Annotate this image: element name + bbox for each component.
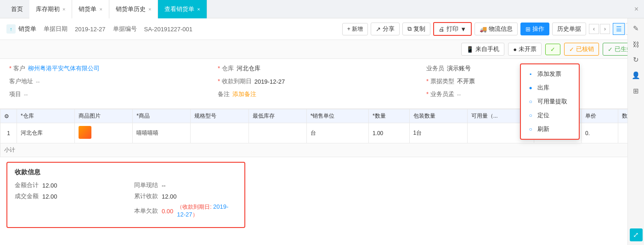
history-button[interactable]: 历史单据 [552, 23, 586, 35]
salesperson-label: 业务员 [426, 64, 447, 73]
tab-inventory-start[interactable]: 库存期初 × [29, 0, 72, 18]
th-warehouse: *仓库 [17, 109, 75, 123]
subtotal-row: 小计 [0, 143, 644, 157]
tab-bar-close-icon[interactable]: × [634, 5, 638, 13]
doc-header: ↑ 销货单 单据日期 2019-12-27 单据编号 SA-20191227-0… [0, 18, 644, 40]
deal-amount-label: 成交金额 [15, 192, 39, 200]
customer-field: 客户 柳州粤港平安气体有限公司 [9, 64, 218, 73]
prev-arrow[interactable]: ‹ [589, 24, 599, 34]
tab-bar: 首页 库存期初 × 销货单 × 销货单历史 × 查看销货单 × × [0, 0, 644, 18]
row-index: 1 [0, 123, 17, 143]
warehouse-value: 河北仓库 [237, 64, 426, 73]
row-warehouse: 河北仓库 [17, 123, 75, 143]
doc-title-area: ↑ 销货单 单据日期 2019-12-27 单据编号 SA-20191227-0… [6, 24, 192, 34]
dropdown-available-qty[interactable]: ○ 可用量提取 [521, 95, 579, 108]
operations-button[interactable]: ⊞ 操作 [520, 23, 549, 35]
address-field: 客户地址 -- [9, 77, 218, 85]
dropdown-menu: ▪ 添加发票 ● 出库 ○ 可用量提取 ○ 定位 ○ 刷新 [520, 63, 580, 140]
project-label: 项目 [9, 90, 24, 98]
th-spec: 规格型号 [191, 109, 249, 123]
tab-sales-history[interactable]: 销货单历史 × [109, 0, 158, 18]
number-label: 单据编号 [113, 25, 137, 33]
row-quantity: 1.00 [368, 123, 409, 143]
tab-view-sales[interactable]: 查看销货单 × [158, 0, 207, 18]
print-button[interactable]: 🖨 打印 ▼ [433, 22, 472, 36]
th-min-stock: 最低库存 [249, 109, 306, 123]
th-product: *商品 [133, 109, 191, 123]
customer-value[interactable]: 柳州粤港平安气体有限公司 [28, 64, 218, 73]
payment-deal-amount: 成交金额 12.00 [15, 192, 107, 200]
ticket-icon: ● [513, 46, 517, 53]
dropdown-locate[interactable]: ○ 定位 [521, 108, 579, 122]
doc-meta: 单据日期 2019-12-27 单据编号 SA-20191227-001 [44, 25, 192, 33]
tab-sales-order[interactable]: 销货单 × [72, 0, 109, 18]
sidebar-user-icon[interactable]: 👤 [630, 69, 643, 82]
square-icon: ▪ [527, 71, 534, 77]
row-unit: 台 [306, 123, 368, 143]
total-amount-value: 12.00 [42, 182, 57, 189]
circle-icon: ● [527, 85, 534, 91]
owed-value: 0.00 [162, 208, 173, 215]
th-price: 单价 [582, 109, 618, 123]
doc-icon-label: ↑ 销货单 [6, 24, 36, 34]
row-spec [191, 123, 249, 143]
same-order-label: 同单现结 [134, 181, 158, 189]
tab-view-sales-close[interactable]: × [197, 6, 200, 12]
truck-icon: 🚚 [480, 26, 487, 33]
note-label: 备注 [218, 90, 232, 98]
next-arrow[interactable]: › [600, 24, 610, 34]
row-price: 0. [582, 123, 618, 143]
grid-icon: ⊞ [525, 26, 531, 33]
address-value: -- [36, 78, 218, 85]
sidebar-tag-icon[interactable]: ⊞ [630, 85, 643, 97]
owed-extra: （收款到期日: 2019-12-27） [177, 203, 237, 219]
note-field: 备注 添加备注 [218, 90, 426, 98]
print-dropdown-icon: ▼ [460, 26, 466, 33]
list-view-btn[interactable]: ☰ [613, 23, 625, 35]
dropdown-refresh[interactable]: ○ 刷新 [521, 122, 579, 136]
payment-row-3: 本单欠款 0.00 （收款到期日: 2019-12-27） [15, 203, 237, 219]
share-icon: ↗ [376, 26, 381, 33]
subtotal-label: 小计 [0, 143, 644, 157]
note-add-btn[interactable]: 添加备注 [232, 90, 426, 98]
th-settings: ⚙ [0, 109, 17, 123]
payment-box: 收款信息 金额合计 12.00 同单现结 -- 成交金额 12.00 累计收款 … [6, 162, 245, 228]
payment-owed: 本单欠款 0.00 （收款到期日: 2019-12-27） [134, 203, 237, 219]
copy-button[interactable]: ⧉ 复制 [402, 23, 430, 35]
tab-inventory-close[interactable]: × [62, 6, 65, 12]
add-button[interactable]: + 新增 [342, 23, 368, 35]
check-circle-icon: ✓ [569, 46, 574, 53]
sidebar-link-icon[interactable]: ⛓ [630, 38, 643, 51]
row-product: 嘻嘻嘻嘻 [133, 123, 191, 143]
sidebar-edit-icon[interactable]: ✎ [630, 22, 643, 35]
doc-actions: + 新增 ↗ 分享 ⧉ 复制 🖨 打印 ▼ 🚚 物流信息 ⊞ 操作 [342, 22, 638, 36]
not-open-btn[interactable]: ● 未开票 [508, 43, 542, 56]
sidebar-expand-icon[interactable]: ⤢ [630, 228, 643, 241]
ticket-type-label: 票据类型 [426, 77, 457, 85]
from-phone-btn[interactable]: 📱 来自手机 [461, 43, 504, 56]
th-package-qty: 包装数量 [409, 109, 467, 123]
same-order-value: -- [162, 182, 166, 189]
doc-icon: ↑ [6, 24, 16, 34]
logistics-button[interactable]: 🚚 物流信息 [475, 23, 518, 35]
copy-icon: ⧉ [407, 25, 412, 33]
tab-home[interactable]: 首页 [5, 0, 29, 18]
payment-total-amount: 金额合计 12.00 [15, 181, 107, 189]
dropdown-outbound[interactable]: ● 出库 [521, 81, 579, 95]
dropdown-add-invoice[interactable]: ▪ 添加发票 [521, 67, 579, 81]
tab-sales-close[interactable]: × [99, 6, 102, 12]
sidebar-refresh-icon[interactable]: ↻ [630, 53, 643, 66]
warehouse-field: 仓库 河北仓库 [218, 64, 426, 73]
th-unit: *销售单位 [306, 109, 368, 123]
print-icon: 🖨 [439, 26, 445, 33]
payment-row-2: 成交金额 12.00 累计收款 12.00 [15, 192, 237, 200]
phone-icon: 📱 [466, 46, 474, 53]
customer-label: 客户 [9, 64, 28, 73]
project-value: -- [24, 91, 218, 98]
check-btn[interactable]: ✓ [545, 44, 560, 55]
share-button[interactable]: ↗ 分享 [371, 23, 400, 35]
total-amount-label: 金额合计 [15, 181, 39, 189]
address-label: 客户地址 [9, 77, 36, 85]
th-product-img: 商品图片 [75, 109, 133, 123]
tab-sales-history-close[interactable]: × [148, 6, 151, 12]
